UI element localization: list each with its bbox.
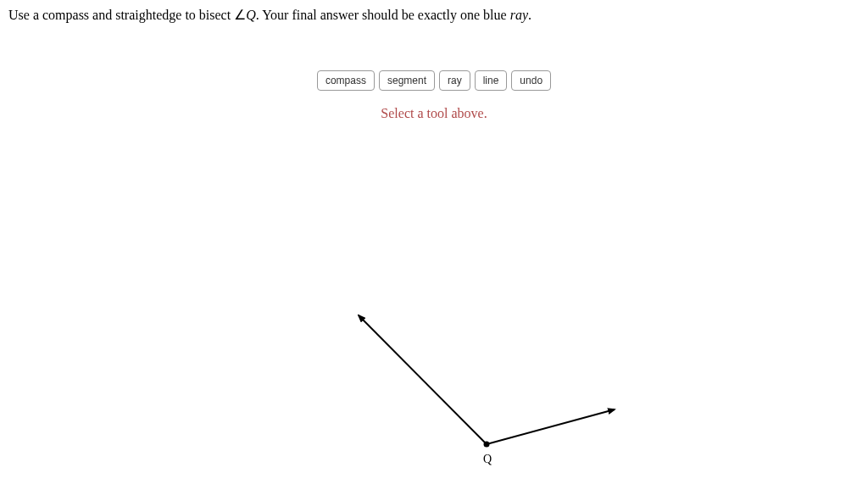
compass-button[interactable]: compass	[317, 70, 375, 91]
angle-symbol: ∠	[234, 8, 246, 22]
segment-button[interactable]: segment	[379, 70, 435, 91]
vertex-label: Q	[483, 453, 492, 466]
angle-svg	[0, 127, 868, 501]
instruction-suffix: .	[528, 8, 531, 22]
angle-ray-2	[487, 409, 615, 444]
angle-ray-1	[359, 315, 487, 444]
undo-button[interactable]: undo	[511, 70, 551, 91]
angle-variable: Q	[246, 8, 256, 22]
hint-text: Select a tool above.	[0, 106, 868, 121]
toolbar-area: compass segment ray line undo Select a t…	[0, 70, 868, 121]
instruction-prefix: Use a compass and straightedge to bisect	[8, 8, 234, 22]
instruction-middle: . Your final answer should be exactly on…	[256, 8, 510, 22]
instruction-text: Use a compass and straightedge to bisect…	[0, 0, 868, 30]
ray-word: ray	[510, 8, 528, 22]
ray-button[interactable]: ray	[439, 70, 470, 91]
vertex-point[interactable]	[484, 442, 490, 448]
toolbar: compass segment ray line undo	[317, 70, 551, 91]
line-button[interactable]: line	[475, 70, 508, 91]
geometry-canvas[interactable]: Q	[0, 127, 868, 501]
